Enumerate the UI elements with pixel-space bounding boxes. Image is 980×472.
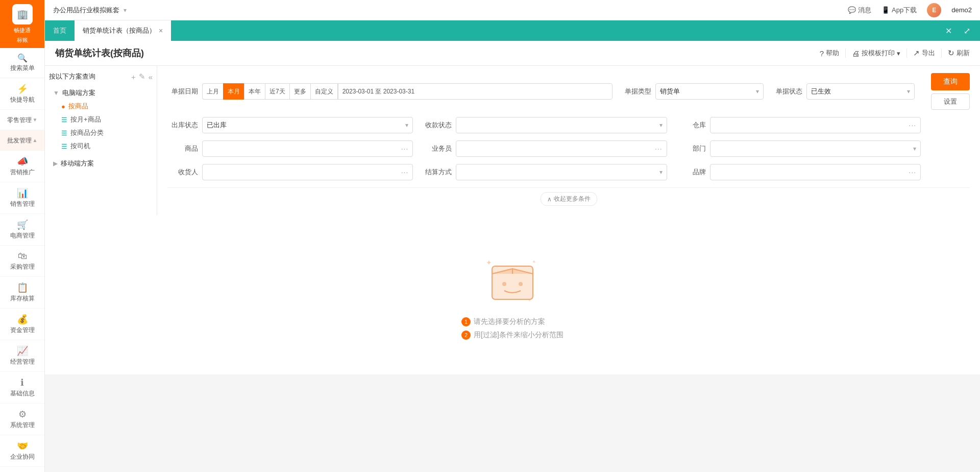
collapse-icon: ∧ xyxy=(547,196,552,203)
sales-label: 销售管理 xyxy=(10,200,35,208)
brand-label: 品牌 xyxy=(675,168,706,177)
date-btn-last-month[interactable]: 上月 xyxy=(202,83,223,100)
tab-home[interactable]: 首页 xyxy=(45,20,75,41)
brand-dots: ··· xyxy=(909,168,916,176)
sidebar-item-wholesale[interactable]: 批发管理 ▲ xyxy=(0,130,44,151)
query-button[interactable]: 查询 xyxy=(931,73,970,90)
date-range-input[interactable]: 2023-03-01 至 2023-03-31 xyxy=(338,83,612,100)
sidebar-item-sales[interactable]: 📊 销售管理 xyxy=(0,182,44,214)
salesman-control[interactable]: ··· xyxy=(456,140,667,157)
sidebar-item-purchase[interactable]: 🛍 采购管理 xyxy=(0,246,44,277)
sidebar-item-quick-nav[interactable]: ⚡ 快捷导航 xyxy=(0,78,44,110)
by-month-label: 按月+商品 xyxy=(70,115,101,124)
user-name[interactable]: demo2 xyxy=(951,6,972,14)
date-range-value: 2023-03-01 至 2023-03-31 xyxy=(342,87,414,96)
filter-payment: 结算方式 ▾ xyxy=(421,164,667,180)
help-btn[interactable]: ? 帮助 xyxy=(820,49,839,58)
svg-point-2 xyxy=(502,282,506,286)
by-driver-label: 按司机 xyxy=(70,141,90,151)
collapse-btn[interactable]: ∧ 收起更多条件 xyxy=(541,192,597,206)
date-btn-more[interactable]: 更多 xyxy=(289,83,310,100)
edit-scheme-btn[interactable]: ✎ xyxy=(139,72,145,81)
left-panel-actions: + ✎ « xyxy=(131,72,153,81)
doc-type-value: 销货单 xyxy=(660,87,756,96)
query-area: 按以下方案查询 + ✎ « ▼ 电脑端方案 ● 按商品 xyxy=(45,66,980,215)
svg-text:✦: ✦ xyxy=(532,259,536,265)
app-download-label: App下载 xyxy=(892,6,917,15)
date-btn-custom[interactable]: 自定义 xyxy=(310,83,338,100)
app-download-icon: 📱 xyxy=(881,6,890,14)
recipient-control[interactable]: ··· xyxy=(202,164,413,180)
tree-item-by-category[interactable]: ☰ 按商品分类 xyxy=(57,126,153,139)
print-btn[interactable]: 🖨 按模板打印 ▾ xyxy=(852,49,900,58)
out-status-value: 已出库 xyxy=(207,121,405,130)
date-btn-last-7days[interactable]: 近7天 xyxy=(265,83,289,100)
dept-control[interactable]: ▾ xyxy=(710,140,921,157)
date-btn-this-year[interactable]: 本年 xyxy=(244,83,265,100)
by-goods-label: 按商品 xyxy=(68,102,88,111)
tree-pc-section[interactable]: ▼ 电脑端方案 xyxy=(49,86,153,100)
tree-item-by-month-goods[interactable]: ☰ 按月+商品 xyxy=(57,113,153,126)
sidebar-item-inventory[interactable]: 📋 库存核算 xyxy=(0,277,44,309)
doc-type-control[interactable]: 销货单 ▾ xyxy=(655,83,764,100)
print-icon: 🖨 xyxy=(852,49,860,58)
tab-active[interactable]: 销货单统计表（按商品） × xyxy=(75,20,171,41)
sidebar-item-basic-info[interactable]: ℹ 基础信息 xyxy=(0,372,44,404)
filter-receipt-status: 收款状态 ▾ xyxy=(421,117,667,133)
tab-home-label: 首页 xyxy=(53,26,66,35)
help-label: 帮助 xyxy=(826,49,839,58)
doc-status-arrow: ▾ xyxy=(907,88,910,95)
brand-control[interactable]: ··· xyxy=(710,164,921,180)
header-left: 办公用品行业模拟账套 ▾ xyxy=(53,6,127,15)
empty-step1: 1 请先选择要分析的方案 xyxy=(461,317,564,326)
sidebar-item-retail[interactable]: 零售管理 ▼ xyxy=(0,110,44,130)
filter-dept: 部门 ▾ xyxy=(675,140,921,157)
doc-status-label: 单据状态 xyxy=(772,87,802,96)
date-filter-control: 上月 本月 本年 近7天 更多 自定义 2023-03-01 至 2023-03… xyxy=(202,83,612,100)
sidebar-item-operations[interactable]: 📈 经营管理 xyxy=(0,340,44,372)
tree-item-by-driver[interactable]: ☰ 按司机 xyxy=(57,139,153,153)
svg-text:✦: ✦ xyxy=(528,298,531,303)
inventory-label: 库存核算 xyxy=(10,294,35,303)
tab-expand-btn[interactable]: ⤢ xyxy=(960,23,974,38)
divider-2 xyxy=(906,49,907,58)
doc-status-control[interactable]: 已生效 ▾ xyxy=(806,83,915,100)
out-status-arrow: ▾ xyxy=(405,122,408,129)
sidebar-item-enterprise[interactable]: 🤝 企业协同 xyxy=(0,435,44,467)
refresh-btn[interactable]: ↻ 刷新 xyxy=(948,49,970,58)
by-driver-icon: ☰ xyxy=(61,143,67,150)
dept-arrow: ▾ xyxy=(913,145,916,152)
warehouse-control[interactable]: ··· xyxy=(710,117,921,133)
export-btn[interactable]: ↗ 导出 xyxy=(913,49,935,58)
setting-button[interactable]: 设置 xyxy=(931,93,970,110)
tab-close-all-btn[interactable]: ✕ xyxy=(941,23,955,38)
divider-3 xyxy=(941,49,942,58)
tab-close-btn[interactable]: × xyxy=(159,27,163,35)
app-download-action[interactable]: 📱 App下载 xyxy=(881,6,917,15)
date-btn-this-month[interactable]: 本月 xyxy=(223,83,244,100)
payment-control[interactable]: ▾ xyxy=(456,164,667,180)
sidebar-item-guide[interactable]: 🎯 新手引导 xyxy=(0,467,44,472)
collapse-panel-btn[interactable]: « xyxy=(149,73,153,81)
header-dropdown-arrow[interactable]: ▾ xyxy=(124,7,127,14)
export-icon: ↗ xyxy=(913,49,920,58)
sidebar-logo[interactable]: 🏢 畅捷通 标账 xyxy=(0,0,44,48)
goods-control[interactable]: ··· xyxy=(202,140,413,157)
sidebar-item-ecommerce[interactable]: 🛒 电商管理 xyxy=(0,214,44,246)
sidebar-item-system[interactable]: ⚙ 系统管理 xyxy=(0,404,44,435)
sidebar-search[interactable]: 🔍 搜索菜单 xyxy=(0,48,44,78)
user-avatar[interactable]: E xyxy=(927,3,941,17)
receipt-status-control[interactable]: ▾ xyxy=(456,117,667,133)
message-action[interactable]: 💬 消息 xyxy=(848,6,871,15)
filter-row-4: 收货人 ··· 结算方式 ▾ 品牌 xyxy=(167,164,970,180)
add-scheme-btn[interactable]: + xyxy=(131,73,136,81)
sidebar-item-finance[interactable]: 💰 资金管理 xyxy=(0,309,44,340)
filter-row-2: 出库状态 已出库 ▾ 收款状态 ▾ 仓库 xyxy=(167,117,970,133)
header-title: 办公用品行业模拟账套 xyxy=(53,6,119,15)
out-status-control[interactable]: 已出库 ▾ xyxy=(202,117,413,133)
tree-children: ● 按商品 ☰ 按月+商品 ☰ 按商品分类 ☰ 按司机 xyxy=(49,100,153,153)
tree-item-by-goods[interactable]: ● 按商品 xyxy=(57,100,153,113)
sidebar-item-marketing[interactable]: 📣 营销推广 xyxy=(0,151,44,182)
enterprise-icon: 🤝 xyxy=(17,440,28,452)
tree-mobile-section[interactable]: ▶ 移动端方案 xyxy=(49,157,153,170)
